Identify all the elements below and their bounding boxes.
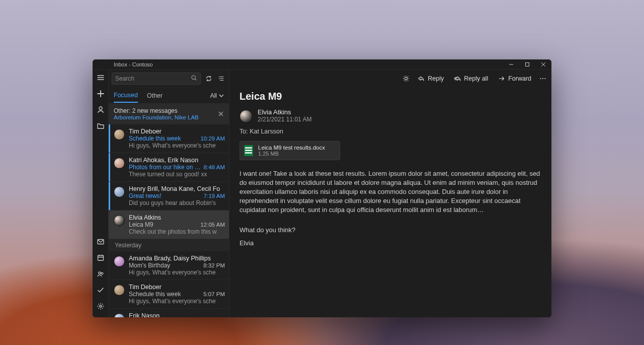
message-item[interactable]: Tim DeboerSchedule this week5:07 PMHi gu… [109, 280, 229, 309]
message-subject-line: Photos from our hike on Maple [129, 164, 201, 171]
message-from: Katri Ahokas, Erik Nason [129, 157, 225, 164]
reading-pane: Reply Reply all Forward Leica M9 Elvia A… [229, 70, 551, 317]
to-line: To: Kat Larsson [239, 128, 541, 135]
message-body-p2: What do you think? [239, 226, 541, 235]
forward-button[interactable]: Forward [494, 73, 535, 84]
settings-icon[interactable] [93, 298, 109, 314]
more-actions-button[interactable] [537, 73, 548, 84]
search-icon [191, 75, 197, 83]
message-list[interactable]: Tim DeboerSchedule this week10:29 AMHi g… [109, 124, 229, 317]
avatar [114, 256, 125, 267]
message-signature: Elvia [239, 239, 541, 248]
new-mail-button[interactable] [93, 86, 109, 102]
sender-avatar[interactable] [239, 110, 253, 123]
avatar [114, 313, 125, 317]
message-preview: Hi guys, What's everyone's sche [129, 298, 225, 305]
attachment-size: 1.25 MB [258, 151, 325, 157]
message-preview: Did you guys hear about Robin's [129, 199, 225, 206]
minimize-button[interactable] [503, 59, 519, 70]
todo-icon[interactable] [93, 282, 109, 298]
sent-date: 2/21/2021 11:01 AM [258, 116, 311, 123]
chevron-down-icon [219, 93, 224, 98]
message-subject-line: Schedule this week [129, 135, 181, 142]
search-box[interactable] [112, 73, 201, 85]
message-time: 8:48 AM [204, 164, 225, 170]
message-from: Amanda Brady, Daisy Phillips [129, 255, 225, 262]
reply-button[interactable]: Reply [414, 73, 448, 84]
attachment-name: Leica M9 test results.docx [258, 145, 325, 151]
avatar [114, 129, 125, 140]
people-icon[interactable] [93, 266, 109, 282]
mail-window: Inbox - Contoso [93, 59, 551, 317]
svg-point-11 [544, 78, 545, 79]
svg-point-6 [100, 305, 102, 307]
avatar [114, 158, 125, 169]
reply-all-icon [454, 75, 461, 82]
filter-dropdown[interactable]: All [210, 92, 224, 99]
svg-point-9 [540, 78, 541, 79]
message-from: Erik Nason [129, 312, 225, 317]
message-preview: Hi guys, What's everyone's sche [129, 142, 225, 149]
svg-point-4 [99, 272, 101, 274]
svg-rect-3 [98, 255, 104, 260]
reply-icon [418, 75, 425, 82]
message-time: 7:19 AM [204, 193, 225, 199]
message-item[interactable]: Henry Brill, Mona Kane, Cecil FoGreat ne… [109, 182, 229, 211]
message-subject-line: Schedule this week [129, 291, 181, 298]
sender-name: Elvia Atkins [258, 108, 311, 116]
svg-point-1 [99, 107, 102, 110]
message-time: 12:05 AM [200, 222, 225, 228]
banner-dismiss[interactable] [216, 109, 226, 119]
accounts-icon[interactable] [93, 102, 109, 118]
attachment-chip[interactable]: Leica M9 test results.docx 1.25 MB [239, 141, 340, 160]
message-item[interactable]: Katri Ahokas, Erik NasonPhotos from our … [109, 153, 229, 182]
other-inbox-banner[interactable]: Other: 2 new messages Arboretum Foundati… [109, 104, 229, 124]
date-header: Yesterday [109, 239, 229, 251]
message-preview: These turned out so good! xx [129, 171, 225, 178]
message-time: 5:07 PM [203, 291, 225, 297]
calendar-icon[interactable] [93, 250, 109, 266]
mail-icon[interactable] [93, 234, 109, 250]
message-subject-line: Mom's Birthday [129, 262, 170, 269]
message-from: Tim Deboer [129, 284, 225, 291]
theme-toggle[interactable] [400, 73, 412, 84]
forward-icon [498, 75, 505, 82]
search-input[interactable] [115, 75, 191, 82]
banner-line1: Other: 2 new messages [114, 107, 215, 114]
filter-label: All [210, 92, 217, 99]
message-item[interactable]: Tim DeboerSchedule this week10:29 AMHi g… [109, 124, 229, 153]
message-item[interactable]: Elvia AtkinsLeica M912:05 AMCheck out th… [109, 211, 229, 239]
folders-icon[interactable] [93, 118, 109, 134]
svg-point-10 [542, 78, 543, 79]
message-from: Henry Brill, Mona Kane, Cecil Fo [129, 185, 225, 192]
message-item[interactable]: Erik Nason [109, 309, 229, 317]
message-time: 10:29 AM [200, 135, 225, 142]
banner-line2: Arboretum Foundation, Nike LAB [114, 114, 215, 120]
svg-point-7 [192, 76, 195, 79]
svg-point-8 [405, 77, 408, 80]
hamburger-icon[interactable] [93, 70, 109, 86]
svg-rect-0 [526, 63, 529, 66]
avatar [114, 285, 125, 296]
message-subject-line: Great news! [129, 192, 162, 199]
tab-focused[interactable]: Focused [114, 89, 138, 103]
titlebar[interactable]: Inbox - Contoso [93, 59, 551, 70]
file-icon [244, 145, 253, 156]
message-subject: Leica M9 [239, 91, 541, 102]
close-button[interactable] [535, 59, 551, 70]
message-item[interactable]: Amanda Brady, Daisy PhillipsMom's Birthd… [109, 251, 229, 280]
message-preview: Hi guys, What's everyone's sche [129, 269, 225, 276]
maximize-button[interactable] [519, 59, 535, 70]
window-title: Inbox - Contoso [114, 61, 153, 67]
message-subject-line: Leica M9 [129, 221, 153, 228]
avatar [114, 186, 125, 197]
message-list-pane: Focused Other All Other: 2 new messages … [109, 70, 229, 317]
reply-all-button[interactable]: Reply all [450, 73, 492, 84]
message-from: Tim Deboer [129, 128, 225, 135]
message-time: 8:32 PM [203, 262, 225, 268]
message-preview: Check out the photos from this w [129, 228, 225, 235]
tab-other[interactable]: Other [147, 89, 163, 102]
sync-button[interactable] [204, 73, 213, 85]
message-from: Elvia Atkins [129, 214, 225, 221]
selection-mode-button[interactable] [216, 73, 226, 85]
